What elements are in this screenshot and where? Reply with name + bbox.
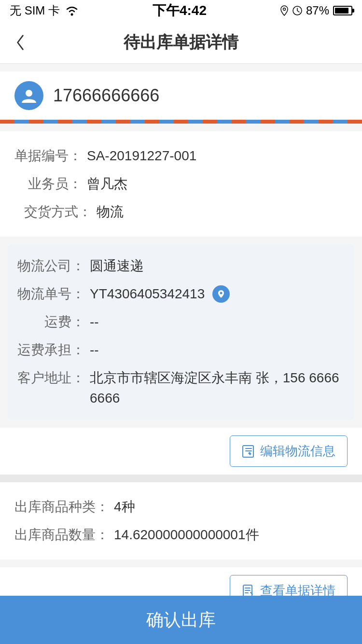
logistics-company-label: 物流公司： xyxy=(17,256,85,276)
sales-person-label: 业务员： xyxy=(14,174,82,194)
page-title: 待出库单据详情 xyxy=(124,31,238,54)
goods-quantity-value: 14.620000000000001件 xyxy=(109,525,348,545)
confirm-button[interactable]: 确认出库 xyxy=(0,596,362,644)
freight-bear-label: 运费承担： xyxy=(17,340,85,360)
address-label: 客户地址： xyxy=(17,368,85,388)
goods-types-label: 出库商品种类： xyxy=(14,497,109,517)
dashed-divider xyxy=(0,120,362,124)
sales-person-value: 曾凡杰 xyxy=(82,174,348,194)
status-time: 下午4:42 xyxy=(153,1,207,20)
document-no-label: 单据编号： xyxy=(14,146,82,166)
address-row: 客户地址： 北京市市辖区海淀区永丰南 张，156 6666 6666 xyxy=(17,368,345,408)
user-phone: 17666666666 xyxy=(53,85,159,106)
svg-point-4 xyxy=(220,292,223,294)
edit-logistics-section: 编辑物流信息 xyxy=(0,428,362,475)
address-value: 北京市市辖区海淀区永丰南 张，156 6666 6666 xyxy=(85,368,345,408)
user-header: 17666666666 xyxy=(0,71,362,120)
wifi-icon xyxy=(65,5,79,16)
freight-bear-value: -- xyxy=(85,340,345,360)
status-bar: 无 SIM 卡 下午4:42 87% xyxy=(0,0,362,21)
document-no-value: SA-20191227-001 xyxy=(82,146,348,166)
carrier-text: 无 SIM 卡 xyxy=(10,3,60,18)
goods-quantity-label: 出库商品数量： xyxy=(14,525,109,545)
edit-logistics-button[interactable]: 编辑物流信息 xyxy=(230,435,348,467)
svg-point-1 xyxy=(283,8,285,11)
section-separator xyxy=(0,475,362,482)
svg-point-3 xyxy=(26,90,32,97)
edit-logistics-label: 编辑物流信息 xyxy=(260,443,335,460)
svg-point-0 xyxy=(71,14,73,16)
battery-text: 87% xyxy=(306,4,329,17)
document-no-row: 单据编号： SA-20191227-001 xyxy=(14,146,348,166)
goods-types-row: 出库商品种类： 4种 xyxy=(14,497,348,517)
nav-bar: 待出库单据详情 xyxy=(0,21,362,64)
freight-value: -- xyxy=(85,312,345,332)
tracking-number-label: 物流单号： xyxy=(17,284,85,304)
goods-quantity-row: 出库商品数量： 14.620000000000001件 xyxy=(14,525,348,545)
logistics-company-row: 物流公司： 圆通速递 xyxy=(17,256,345,276)
freight-bear-row: 运费承担： -- xyxy=(17,340,345,360)
tracking-location-icon[interactable] xyxy=(212,285,230,303)
avatar xyxy=(14,81,43,110)
status-left: 无 SIM 卡 xyxy=(10,3,79,18)
clock-status-icon xyxy=(292,6,302,15)
edit-icon xyxy=(242,445,255,458)
logistics-card: 物流公司： 圆通速递 物流单号： YT4306405342413 运费： xyxy=(8,244,354,420)
goods-types-value: 4种 xyxy=(109,497,348,517)
logistics-company-value: 圆通速递 xyxy=(85,256,345,276)
tracking-value-container: YT4306405342413 xyxy=(85,284,230,304)
basic-info-card: 单据编号： SA-20191227-001 业务员： 曾凡杰 交货方式： 物流 xyxy=(0,131,362,237)
tracking-number-value: YT4306405342413 xyxy=(85,284,205,304)
status-right: 87% xyxy=(280,4,352,17)
freight-label: 运费： xyxy=(17,312,85,332)
sales-person-row: 业务员： 曾凡杰 xyxy=(14,174,348,194)
location-status-icon xyxy=(280,5,289,16)
delivery-method-row: 交货方式： 物流 xyxy=(14,202,348,222)
delivery-method-label: 交货方式： xyxy=(14,202,92,222)
back-button[interactable] xyxy=(10,32,31,53)
battery-icon xyxy=(333,6,352,15)
delivery-method-value: 物流 xyxy=(92,202,348,222)
freight-row: 运费： -- xyxy=(17,312,345,332)
goods-info-card: 出库商品种类： 4种 出库商品数量： 14.620000000000001件 xyxy=(0,482,362,560)
tracking-number-row: 物流单号： YT4306405342413 xyxy=(17,284,345,304)
